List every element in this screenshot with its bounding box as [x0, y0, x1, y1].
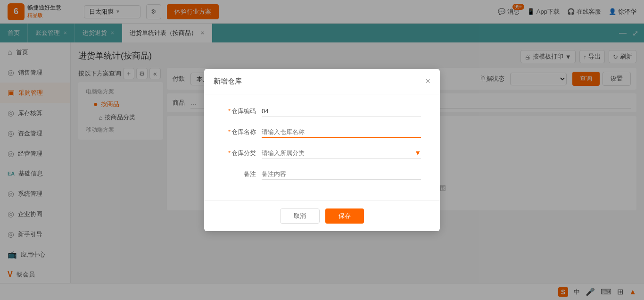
- category-label: *仓库分类: [223, 149, 256, 158]
- warehouse-code-input[interactable]: [262, 106, 421, 117]
- save-button[interactable]: 保存: [325, 208, 364, 224]
- code-label: *仓库编码: [223, 107, 256, 116]
- modal-title: 新增仓库: [214, 77, 242, 86]
- form-row-remark: 备注: [223, 168, 421, 180]
- new-warehouse-modal: 新增仓库 × *仓库编码 *仓库名称 *仓库分类: [204, 69, 440, 231]
- form-row-code: *仓库编码: [223, 106, 421, 117]
- form-row-name: *仓库名称: [223, 126, 421, 138]
- category-arrow-icon: ▼: [414, 149, 421, 157]
- warehouse-category-select[interactable]: ▼: [262, 147, 421, 159]
- modal-body: *仓库编码 *仓库名称 *仓库分类 ▼: [204, 94, 440, 200]
- name-label: *仓库名称: [223, 128, 256, 136]
- modal-overlay: 新增仓库 × *仓库编码 *仓库名称 *仓库分类: [0, 0, 644, 300]
- modal-footer: 取消 保存: [204, 200, 440, 231]
- cancel-button[interactable]: 取消: [280, 208, 320, 224]
- modal-close-button[interactable]: ×: [425, 76, 430, 86]
- modal-header: 新增仓库 ×: [204, 69, 440, 94]
- warehouse-remark-input[interactable]: [262, 168, 421, 180]
- remark-label: 备注: [223, 170, 256, 178]
- form-row-category: *仓库分类 ▼: [223, 147, 421, 159]
- category-input[interactable]: [262, 150, 414, 157]
- warehouse-name-input[interactable]: [262, 126, 421, 138]
